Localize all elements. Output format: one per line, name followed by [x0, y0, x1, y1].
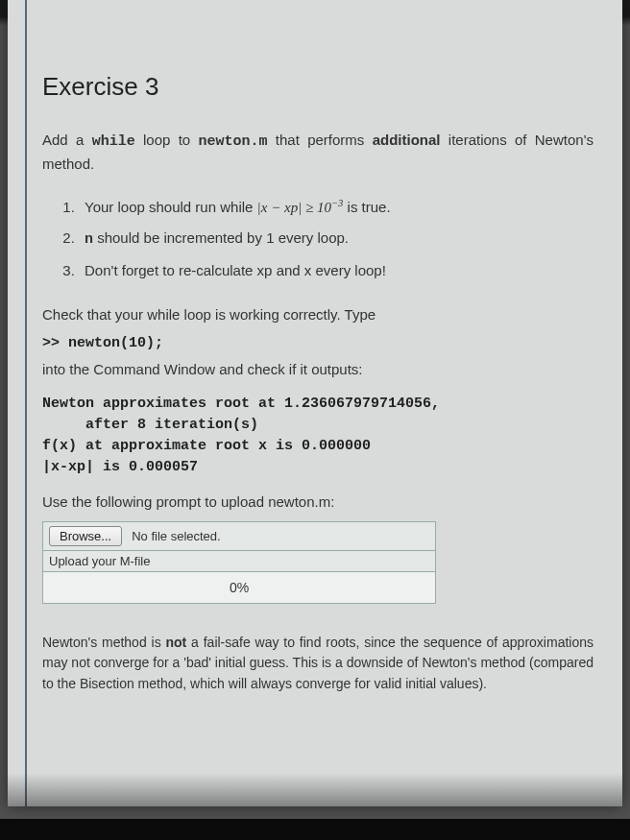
list-item: Your loop should run while |x − xp| ≥ 10… — [79, 195, 594, 221]
instruction-list: Your loop should run while |x − xp| ≥ 10… — [79, 195, 594, 283]
var-n: n — [85, 231, 93, 248]
list-item: n should be incremented by 1 every loop. — [79, 226, 594, 252]
upload-widget: Browse... No file selected. Upload your … — [42, 521, 594, 604]
li-text: Your loop should run while — [85, 199, 257, 215]
document-page: Exercise 3 Add a while loop to newton.m … — [8, 0, 622, 806]
while-keyword: while — [92, 133, 135, 150]
check-post: into the Command Window and check if it … — [42, 358, 594, 380]
intro-text: Add a — [42, 132, 92, 148]
intro-text: that performs — [268, 132, 373, 148]
filename: newton.m — [198, 133, 267, 150]
li-text: is true. — [343, 199, 390, 215]
intro-text: loop to — [135, 132, 199, 148]
browse-button[interactable]: Browse... — [49, 526, 122, 546]
expected-output: Newton approximates root at 1.2360679797… — [42, 394, 594, 477]
file-select-row: Browse... No file selected. — [42, 521, 436, 550]
var-xp: xp — [284, 200, 298, 215]
list-item: Don't forget to re-calculate xp and x ev… — [79, 258, 594, 283]
exponent: −3 — [331, 198, 343, 208]
intro-paragraph: Add a while loop to newton.m that perfor… — [42, 129, 594, 176]
emphasis-additional: additional — [373, 132, 441, 148]
exercise-heading: Exercise 3 — [42, 72, 594, 102]
upload-prompt-text: Use the following prompt to upload newto… — [42, 491, 594, 513]
content-column: Exercise 3 Add a while loop to newton.m … — [25, 0, 622, 806]
minus: − — [267, 200, 284, 215]
footnote-paragraph: Newton's method is not a fail-safe way t… — [42, 633, 594, 695]
check-instruction: Check that your while loop is working co… — [42, 303, 594, 325]
command-example: >> newton(10); — [42, 333, 594, 354]
math-expr: |x − xp| ≥ 10−3 — [257, 200, 344, 215]
footnote-text: Newton's method is — [42, 635, 165, 650]
upload-progress: 0% — [42, 571, 436, 604]
file-status: No file selected. — [132, 529, 221, 543]
upload-caption: Upload your M-file — [42, 550, 436, 571]
bottom-bar — [0, 819, 630, 840]
emphasis-not: not — [165, 635, 186, 650]
geq: ≥ 10 — [302, 200, 331, 215]
li-text: should be incremented by 1 every loop. — [93, 229, 349, 246]
